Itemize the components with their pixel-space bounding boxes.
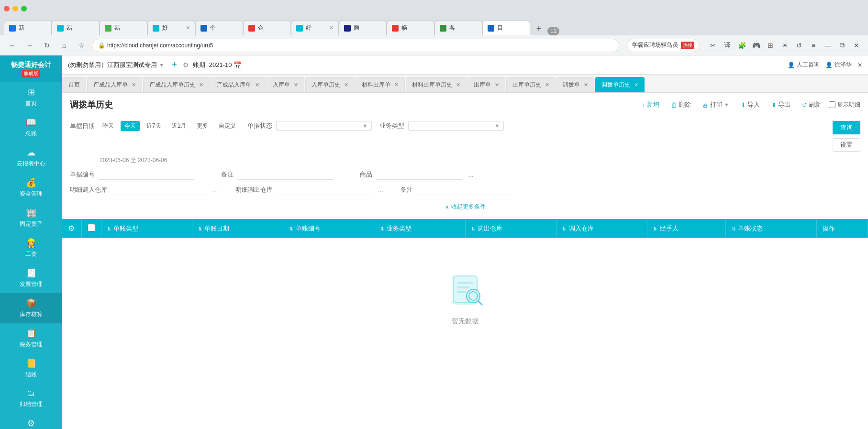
export-button[interactable]: ⬆ 导出 bbox=[768, 99, 794, 111]
date-btn-yesterday[interactable]: 昨天 bbox=[99, 121, 118, 131]
sidebar-item-tax[interactable]: 📋 税务管理 bbox=[0, 323, 62, 353]
page-tab-close-0[interactable]: ✕ bbox=[132, 82, 136, 88]
browser-tab-4[interactable]: 个 bbox=[195, 20, 243, 35]
sidebar-item-fund[interactable]: 💰 资金管理 bbox=[0, 173, 62, 203]
filter-settings-button[interactable]: 设置 bbox=[833, 138, 860, 152]
service-btn[interactable]: 👤 人工咨询 bbox=[788, 61, 820, 69]
period-selector[interactable]: 账期 2021-10 📅 bbox=[193, 61, 242, 69]
user-btn[interactable]: 👤 徐泽华 bbox=[825, 61, 852, 69]
close-btn[interactable]: ✕ bbox=[851, 40, 862, 51]
tab-close-6[interactable]: ✕ bbox=[329, 25, 334, 31]
page-tab-6[interactable]: 材料出库单历史 ✕ bbox=[406, 77, 467, 92]
business-dropdown[interactable]: ▼ bbox=[408, 121, 504, 131]
sidebar-item-invoice[interactable]: 🧾 发票管理 bbox=[0, 263, 62, 293]
period-add-btn[interactable]: + bbox=[172, 60, 177, 70]
maximize-window-btn[interactable] bbox=[21, 6, 27, 11]
doc-no-input[interactable] bbox=[99, 169, 194, 180]
select-all-checkbox[interactable] bbox=[88, 224, 95, 231]
scissors-icon[interactable]: ✂ bbox=[707, 40, 719, 51]
page-tab-close-9[interactable]: ✕ bbox=[584, 82, 588, 88]
page-tab-close-7[interactable]: ✕ bbox=[495, 82, 499, 88]
sidebar-logo[interactable]: 畅捷通好会计 旗舰版 bbox=[0, 55, 62, 82]
add-button[interactable]: + 新增 bbox=[638, 99, 664, 111]
browser-tab-5[interactable]: 企 bbox=[243, 20, 291, 35]
forward-button[interactable]: → bbox=[23, 39, 36, 52]
refresh-button[interactable]: ↻ bbox=[40, 39, 54, 52]
page-tab-close-6[interactable]: ✕ bbox=[456, 82, 460, 88]
browser-tab-0[interactable]: 新 bbox=[4, 20, 52, 35]
page-tab-10[interactable]: 调拨单历史 ✕ bbox=[595, 77, 645, 92]
home-button[interactable]: ⌂ bbox=[57, 39, 71, 52]
remark-input[interactable] bbox=[237, 169, 333, 180]
tab-close-3[interactable]: ✕ bbox=[186, 25, 190, 31]
warehouse-in-ellipsis[interactable]: ... bbox=[212, 186, 218, 194]
history-icon[interactable]: ↺ bbox=[793, 40, 805, 51]
page-tab-8[interactable]: 出库单历史 ✕ bbox=[506, 77, 556, 92]
sidebar-item-settings[interactable]: ⚙ 基础设置 bbox=[0, 413, 62, 429]
date-btn-more[interactable]: 更多 bbox=[193, 121, 212, 131]
restore-btn[interactable]: ⧉ bbox=[836, 40, 848, 51]
date-btn-1month[interactable]: 近1月 bbox=[168, 121, 190, 131]
browser-tab-2[interactable]: 易 bbox=[100, 20, 147, 35]
browser-tab-1[interactable]: 易 bbox=[52, 20, 100, 35]
page-tab-home[interactable]: 首页 bbox=[62, 77, 86, 92]
game-icon[interactable]: 🎮 bbox=[750, 40, 762, 51]
company-selector[interactable]: (勿删勿禁用）江西服宝测试专用 ▼ bbox=[68, 61, 164, 69]
collapse-button[interactable]: ∧ 收起更多条件 bbox=[439, 201, 491, 213]
page-tab-2[interactable]: 产成品入库单 ✕ bbox=[211, 77, 266, 92]
goods-ellipsis[interactable]: ... bbox=[468, 171, 474, 178]
show-toggle[interactable]: 显示明细 bbox=[829, 101, 860, 109]
goods-input[interactable] bbox=[376, 169, 462, 180]
query-button[interactable]: 查询 bbox=[833, 121, 860, 134]
browser-tab-6[interactable]: 好 ✕ bbox=[291, 20, 339, 35]
address-bar[interactable]: 🔒 https://cloud.chanjet.com/accounting/u… bbox=[92, 39, 619, 52]
page-tab-close-1[interactable]: ✕ bbox=[199, 82, 203, 88]
date-btn-today[interactable]: 今天 bbox=[121, 121, 140, 131]
bookmark-button[interactable]: ☆ bbox=[75, 39, 88, 52]
browser-search[interactable]: 学霸应聘场驱鸟员 热搜 bbox=[627, 39, 700, 52]
browser-tab-7[interactable]: 腾 bbox=[339, 20, 387, 35]
new-tab-button[interactable]: + bbox=[532, 22, 545, 35]
delete-button[interactable]: 🗑 删除 bbox=[667, 99, 695, 111]
warehouse-out-input[interactable] bbox=[277, 185, 372, 195]
sidebar-item-fixed-assets[interactable]: 🏢 固定资产 bbox=[0, 203, 62, 233]
page-tab-close-10[interactable]: ✕ bbox=[634, 82, 638, 88]
import-button[interactable]: ⬇ 导入 bbox=[737, 99, 764, 111]
sidebar-item-home[interactable]: ⊞ 首页 bbox=[0, 82, 62, 112]
grid-icon[interactable]: ⊞ bbox=[765, 40, 776, 51]
page-tab-close-5[interactable]: ✕ bbox=[394, 82, 399, 88]
minimize-btn[interactable]: — bbox=[822, 40, 834, 51]
menu-icon[interactable]: ≡ bbox=[808, 40, 819, 51]
page-tab-3[interactable]: 入库单 ✕ bbox=[267, 77, 304, 92]
status-dropdown[interactable]: ▼ bbox=[276, 121, 372, 131]
date-btn-7days[interactable]: 近7天 bbox=[143, 121, 165, 131]
sidebar-item-cloud-report[interactable]: ☁ 云报表中心 bbox=[0, 143, 62, 173]
page-tab-close-2[interactable]: ✕ bbox=[255, 82, 259, 88]
sidebar-item-salary[interactable]: 👷 工资 bbox=[0, 233, 62, 263]
browser-tab-3[interactable]: 好 ✕ bbox=[147, 20, 195, 35]
close-window-btn[interactable] bbox=[4, 6, 10, 11]
minimize-window-btn[interactable] bbox=[12, 6, 18, 11]
extensions-icon[interactable]: 🧩 bbox=[736, 40, 747, 51]
page-tab-close-8[interactable]: ✕ bbox=[545, 82, 549, 88]
browser-tab-8[interactable]: 畅 bbox=[387, 20, 434, 35]
refresh-action-button[interactable]: ↺ 刷新 bbox=[798, 99, 825, 111]
translate-icon[interactable]: 译 bbox=[722, 40, 733, 51]
browser-tab-10[interactable]: 目 bbox=[482, 20, 530, 35]
settings-gear[interactable]: ⚙ bbox=[183, 61, 189, 69]
page-tab-1[interactable]: 产成品入库单历史 ✕ bbox=[143, 77, 210, 92]
date-btn-custom[interactable]: 自定义 bbox=[215, 121, 240, 131]
browser-tab-9[interactable]: 各 bbox=[434, 20, 482, 35]
page-tab-close-4[interactable]: ✕ bbox=[344, 82, 348, 88]
sidebar-item-archive[interactable]: 🗂 归档管理 bbox=[0, 384, 62, 413]
table-settings-icon[interactable]: ⚙ bbox=[68, 224, 75, 233]
page-tab-9[interactable]: 调拨单 ✕ bbox=[556, 77, 594, 92]
sidebar-item-close-account[interactable]: 📒 结账 bbox=[0, 353, 62, 384]
warehouse-in-input[interactable] bbox=[111, 185, 207, 195]
back-button[interactable]: ← bbox=[6, 39, 19, 52]
page-tab-4[interactable]: 入库单历史 ✕ bbox=[305, 77, 355, 92]
sidebar-item-inventory[interactable]: 📦 库存核算 bbox=[0, 293, 62, 323]
page-tab-5[interactable]: 材料出库单 ✕ bbox=[356, 77, 405, 92]
page-tab-0[interactable]: 产成品入库单 ✕ bbox=[87, 77, 142, 92]
warehouse-out-ellipsis[interactable]: ... bbox=[378, 186, 384, 194]
